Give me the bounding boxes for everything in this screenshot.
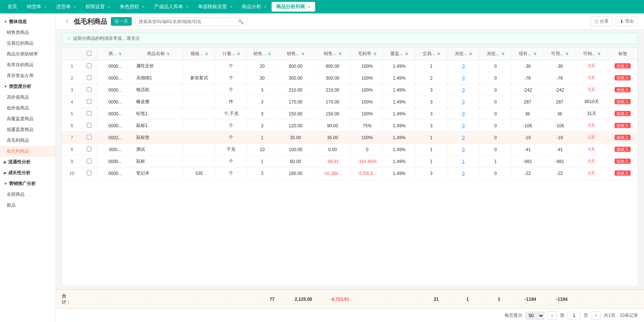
sidebar-item-high-value[interactable]: 高价值商品 (0, 92, 55, 103)
row-checkbox[interactable] (82, 96, 97, 108)
row-stock-sellable: 0天 (576, 144, 608, 156)
row-browse1[interactable]: 0 (447, 168, 479, 179)
close-icon[interactable]: × (230, 4, 232, 9)
row-checkbox[interactable] (82, 60, 97, 72)
total-stock-current: -1194 (515, 294, 546, 305)
row-select-checkbox[interactable] (87, 147, 92, 152)
nav-sales[interactable]: 销货单 × (22, 2, 51, 12)
row-browse1[interactable]: 0 (447, 108, 479, 120)
close-icon[interactable]: × (308, 4, 310, 9)
row-select-checkbox[interactable] (87, 170, 92, 175)
nav-role[interactable]: 角色授权 × (115, 2, 149, 12)
row-select-checkbox[interactable] (87, 75, 92, 80)
select-all-checkbox[interactable] (87, 51, 92, 56)
row-browse1[interactable]: 0 (447, 72, 479, 84)
page-number-input[interactable] (567, 312, 581, 319)
row-checkbox[interactable] (82, 132, 97, 144)
search-input[interactable] (139, 19, 238, 24)
row-checkbox[interactable] (82, 108, 97, 120)
nav-template[interactable]: 单据模板设置 × (193, 2, 237, 12)
col-header-browse1[interactable]: 浏览... ⇅ (447, 48, 479, 60)
sidebar-item-traded-goods[interactable]: 交易过的商品 (0, 38, 55, 49)
row-select-checkbox[interactable] (87, 135, 92, 140)
sidebar-item-low-coverage[interactable]: 低覆盖度商品 (0, 124, 55, 135)
row-browse1[interactable]: 0 (447, 84, 479, 96)
row-select-checkbox[interactable] (87, 87, 92, 92)
col-header-sales-price[interactable]: 销售... ⇅ (277, 48, 314, 60)
col-header-spec[interactable]: 规格... ⇅ (183, 48, 215, 60)
sidebar-item-new-goods[interactable]: 新品 (0, 200, 55, 211)
row-select-checkbox[interactable] (87, 123, 92, 128)
col-header-sales-profit[interactable]: 销售... ⇅ (314, 48, 351, 60)
sidebar-section-growth[interactable]: ▶ 成长性分析 (0, 168, 55, 178)
sidebar-item-low-value[interactable]: 低价值商品 (0, 103, 55, 114)
sidebar-item-all-goods[interactable]: 全部商品 (0, 189, 55, 200)
prev-page-button[interactable]: ＜ (547, 311, 557, 320)
sidebar-item-high-coverage[interactable]: 高覆盖度商品 (0, 114, 55, 124)
col-header-stock-available[interactable]: 可用... ⇅ (544, 48, 576, 60)
row-checkbox[interactable] (82, 72, 97, 84)
row-checkbox[interactable] (82, 156, 97, 168)
row-checkbox[interactable] (82, 144, 97, 156)
row-checkbox[interactable] (82, 84, 97, 96)
row-browse1[interactable]: 0 (447, 144, 479, 156)
sidebar-item-high-profit[interactable]: 高毛利商品 (0, 135, 55, 146)
sidebar-item-sales-goods[interactable]: 销售类商品 (0, 27, 55, 38)
sidebar-section-type[interactable]: ▼ 类型度分析 (0, 81, 55, 92)
nav-goods-analysis-list[interactable]: 商品分析列表 × (272, 2, 315, 12)
nav-permission[interactable]: 权限设置 × (81, 2, 115, 12)
col-header-unit[interactable]: 计量... ⇅ (215, 48, 247, 60)
nav-purchase[interactable]: 进货单 × (52, 2, 80, 12)
row-checkbox[interactable] (82, 120, 97, 132)
row-name: 鼠标1 (134, 120, 183, 132)
export-button[interactable]: ⬇ 导出 (616, 16, 638, 26)
close-icon[interactable]: × (142, 4, 144, 9)
row-sales-price: 210.00 (277, 84, 314, 96)
collapse-button[interactable]: 《 (62, 18, 70, 25)
nav-home[interactable]: 首页 (3, 2, 22, 12)
col-header-name[interactable]: 商品名称 ⇅ (134, 48, 183, 60)
close-icon[interactable]: × (44, 4, 47, 9)
col-header-stock-current[interactable]: 现有... ⇅ (512, 48, 544, 60)
row-unit: 个 (215, 60, 247, 72)
row-spec (183, 156, 215, 168)
col-header-coverage[interactable]: 覆盖... ⇅ (383, 48, 415, 60)
search-icon[interactable]: 🔍 (238, 19, 244, 24)
sidebar-item-stock-capital[interactable]: 库存资金占用 (0, 70, 55, 81)
share-button[interactable]: ⬡ 分享 (590, 16, 613, 26)
row-select-checkbox[interactable] (87, 159, 92, 163)
sidebar-section-circulation[interactable]: ▶ 流通性分析 (0, 157, 55, 168)
nav-product-entry[interactable]: 产成品入库单 × (150, 2, 193, 12)
sidebar-section-overall[interactable]: ▼ 整体信息 (0, 16, 55, 27)
row-browse1[interactable]: 0 (447, 60, 479, 72)
sidebar-item-category-rate[interactable]: 商品分类助销率 (0, 49, 55, 60)
per-page-select[interactable]: 10 20 50 100 (525, 312, 544, 320)
next-page-button[interactable]: ＞ (591, 311, 601, 320)
sidebar-section-marketing[interactable]: ▼ 营销推广分析 (0, 178, 55, 189)
sidebar-item-stock-goods[interactable]: 有库存的商品 (0, 60, 55, 70)
row-select-checkbox[interactable] (87, 99, 92, 104)
row-browse1[interactable]: 0 (447, 96, 479, 108)
col-header-stock-sellable[interactable]: 可销... ⇅ (576, 48, 608, 60)
close-icon[interactable]: × (264, 4, 266, 9)
row-select-checkbox[interactable] (87, 63, 92, 68)
col-header-sales-qty[interactable]: 销售... ⇅ (247, 48, 277, 60)
row-browse1[interactable]: 0 (447, 120, 479, 132)
close-icon[interactable]: × (186, 4, 188, 9)
filter-button[interactable]: 近一月 (111, 17, 132, 26)
col-header-gross-rate[interactable]: 毛利率 ⇅ (351, 48, 383, 60)
row-browse1[interactable]: 1 (447, 156, 479, 168)
close-icon[interactable]: × (74, 4, 76, 9)
row-name: 电话机 (134, 84, 183, 96)
col-header-browse2[interactable]: 浏览... ⇅ (480, 48, 512, 60)
row-select-checkbox[interactable] (87, 111, 92, 116)
total-sales-profit: -8,723.91 (321, 294, 358, 305)
col-header-code[interactable]: 商... ⇅ (97, 48, 134, 60)
nav-goods-analysis[interactable]: 商品分析 × (237, 2, 271, 12)
close-icon[interactable]: × (108, 4, 110, 9)
row-stock-sellable: 0天 (576, 72, 608, 84)
col-header-trade[interactable]: 交易... ⇅ (415, 48, 447, 60)
sidebar-item-low-profit[interactable]: 低毛利商品 (0, 146, 55, 157)
row-checkbox[interactable] (82, 168, 97, 179)
row-browse1[interactable]: 0 (447, 132, 479, 144)
